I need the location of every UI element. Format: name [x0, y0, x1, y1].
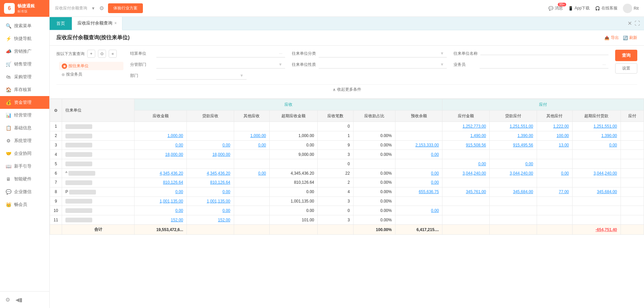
cell-link[interactable]: 345,761.00 — [442, 187, 490, 196]
user-action[interactable]: Rit — [623, 4, 639, 13]
sidebar-item-wechat[interactable]: 💬 企业微信 — [0, 185, 49, 198]
cell-link[interactable]: 0.00 — [442, 159, 490, 169]
cell-link[interactable]: 915,495.56 — [490, 140, 537, 150]
cell-link[interactable]: 0.00 — [537, 169, 572, 178]
cell-link[interactable]: 3,044,240.00 — [573, 169, 621, 178]
tab-home[interactable]: 首页 — [50, 17, 72, 30]
cell-link[interactable]: 4,345,436.20 — [186, 169, 234, 178]
footer-pay-overdue[interactable]: -654,751.40 — [573, 225, 621, 235]
cell-link[interactable]: 1,390.00 — [490, 131, 537, 140]
sidebar-label-base: 基础信息 — [14, 125, 32, 131]
online-service-action[interactable]: 🎧 在线客服 — [595, 5, 618, 11]
cell-link[interactable]: 345,684.00 — [490, 187, 537, 196]
cell-link[interactable]: 1,222.00 — [537, 122, 572, 131]
cell-link[interactable]: 1,251,551.00 — [490, 122, 537, 131]
cell-link[interactable]: 77.00 — [537, 187, 572, 196]
sidebar-item-search[interactable]: 🔍 搜索菜单 — [0, 19, 49, 32]
sidebar-item-base[interactable]: 📋 基础信息 — [0, 122, 49, 134]
filter-scheme-active[interactable]: ◉ 按往来单位 — [59, 62, 123, 70]
cell-link[interactable]: 0.00 — [395, 169, 442, 178]
sidebar-item-sales[interactable]: 🛒 销售管理 — [0, 58, 49, 71]
cell-link[interactable]: 1,000.00 — [234, 131, 269, 140]
cell-link[interactable]: 0.00 — [234, 140, 269, 150]
cell-link[interactable]: 100.00 — [537, 131, 572, 140]
refresh-btn[interactable]: 🔄 刷新 — [623, 35, 637, 41]
filter-partner-name-input[interactable] — [480, 52, 608, 55]
filter-department-input[interactable]: ▼ — [156, 72, 247, 80]
logo-icon: 6 — [4, 3, 15, 14]
cell-link[interactable]: 1,251,551.00 — [573, 122, 621, 131]
cell-link[interactable]: 4,345,436.20 — [135, 169, 187, 178]
tab-close-btn[interactable]: × — [114, 21, 117, 26]
cell-empty — [442, 196, 490, 206]
cell-recv-overdue: 0.00 — [269, 140, 318, 150]
cell-link[interactable]: 1,000.00 — [135, 131, 187, 140]
cell-link[interactable]: 810,126.64 — [186, 178, 234, 187]
app-download-action[interactable]: 📱 App下载 — [568, 5, 590, 11]
sidebar-item-member[interactable]: 👑 畅会员 — [0, 198, 49, 211]
sidebar-item-hardware[interactable]: 🖥 智能硬件 — [0, 173, 49, 185]
sidebar-item-system[interactable]: ⚙ 系统管理 — [0, 134, 49, 147]
filter-salesperson-input[interactable]: ··· — [480, 61, 608, 69]
cell-link[interactable]: 0.00 — [490, 159, 537, 169]
cell-link[interactable]: 0.00 — [135, 187, 187, 196]
tab-active[interactable]: 应收应付余额查询 × — [72, 17, 122, 30]
cell-link[interactable]: 655,636.75 — [395, 187, 442, 196]
sidebar-item-guide[interactable]: 📖 新手引导 — [0, 160, 49, 173]
sidebar-item-quick[interactable]: ⚡ 快捷导航 — [0, 32, 49, 45]
query-button[interactable]: 查询 — [615, 50, 637, 61]
cell-link[interactable]: 915,508.56 — [442, 140, 490, 150]
cell-link[interactable]: 0.00 — [186, 206, 234, 215]
cell-link[interactable]: 0.00 — [234, 169, 269, 178]
cell-link[interactable]: 3,044,240.00 — [490, 169, 537, 178]
cell-link[interactable]: 18,000.00 — [135, 150, 187, 159]
cell-link[interactable]: 810,126.64 — [135, 178, 187, 187]
cell-link[interactable]: 2,153,333.00 — [395, 140, 442, 150]
th-settings[interactable]: ⚙ — [50, 99, 62, 122]
promo-button[interactable]: 体验行业方案 — [108, 3, 143, 13]
cell-link[interactable]: 13.00 — [537, 140, 572, 150]
tab-fullscreen-btn[interactable]: ⛶ — [635, 20, 640, 27]
filter-partner-category-input[interactable]: ▼ — [319, 50, 447, 57]
filter-partner-nature-input[interactable]: ▼ — [319, 61, 447, 69]
filter-config-btn[interactable]: ⊙ — [98, 50, 106, 58]
footer-settings-btn[interactable]: ⚙ — [5, 297, 10, 303]
filter-dept-input[interactable]: ▼ — [156, 61, 285, 69]
settings-button[interactable]: 设置 — [615, 63, 637, 74]
cell-link[interactable]: 152.00 — [135, 215, 187, 225]
cell-link[interactable]: 1,490.00 — [442, 131, 490, 140]
sidebar-item-coop[interactable]: 🤝 企业协同 — [0, 147, 49, 160]
cell-link[interactable]: 0.00 — [186, 140, 234, 150]
filter-scheme-option[interactable]: ◎ 按业务员 — [59, 70, 123, 79]
message-action[interactable]: 💬 消息 99+ — [548, 5, 563, 11]
sidebar-item-marketing[interactable]: 📣 营销推广 — [0, 45, 49, 58]
cell-link[interactable]: 1,001,135.00 — [186, 196, 234, 206]
sidebar-item-inventory[interactable]: 🏠 库存核算 — [0, 83, 49, 96]
cell-link[interactable]: 1,390.00 — [573, 131, 621, 140]
filter-collapse-btn[interactable]: « — [109, 50, 117, 58]
cell-link[interactable]: 0.00 — [573, 140, 621, 150]
filter-settlement-unit-input[interactable]: ··· — [156, 50, 285, 57]
export-btn[interactable]: 📤 导出 — [604, 35, 619, 41]
cell-link[interactable]: 0.00 — [395, 150, 442, 159]
header-settings-icon[interactable]: ⚙ — [99, 5, 104, 11]
cell-link[interactable]: 0.00 — [186, 187, 234, 196]
cell-link[interactable]: 3,044,240.00 — [442, 169, 490, 178]
cell-link[interactable]: 152.00 — [186, 215, 234, 225]
tab-close-window-btn[interactable]: ✕ — [628, 20, 632, 27]
cell-link[interactable]: 0.00 — [135, 140, 187, 150]
collapse-btn[interactable]: ∧ 收起更多条件 — [56, 84, 637, 94]
cell-link[interactable]: 18,000.00 — [186, 150, 234, 159]
sidebar-item-business[interactable]: 📊 经营管理 — [0, 109, 49, 122]
footer-collapse-btn[interactable]: ◀▮ — [15, 297, 22, 303]
cell-link[interactable]: 1,252,773.00 — [442, 122, 490, 131]
sidebar-item-finance[interactable]: 💰 资金管理 — [0, 96, 49, 109]
sidebar-item-purchase[interactable]: 🛍 采购管理 — [0, 71, 49, 83]
cell-link[interactable]: 0.00 — [135, 206, 187, 215]
cell-link[interactable]: 0.00 — [395, 206, 442, 215]
filter-add-btn[interactable]: + — [87, 50, 95, 58]
cell-empty — [573, 178, 621, 187]
cell-link[interactable]: 1,001,135.00 — [135, 196, 187, 206]
cell-link[interactable]: 345,684.00 — [573, 187, 621, 196]
cell-link[interactable]: 0.00 — [395, 178, 442, 187]
